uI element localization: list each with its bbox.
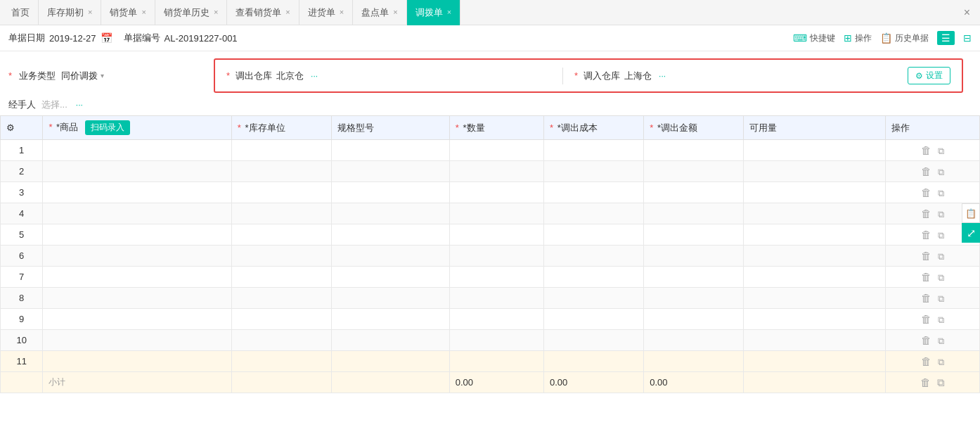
delete-icon-7[interactable]: 🗑 <box>921 271 931 283</box>
row-unit-8[interactable] <box>231 288 331 309</box>
tab-view-sales-close[interactable]: × <box>285 8 290 16</box>
row-product-6[interactable] <box>43 246 231 267</box>
note-float-button[interactable]: 📋 <box>962 203 980 223</box>
tab-home[interactable]: 首页 <box>3 0 39 25</box>
copy-icon-3[interactable]: ⧉ <box>938 188 944 198</box>
row-product-10[interactable] <box>43 330 231 351</box>
delete-icon-1[interactable]: 🗑 <box>921 144 931 156</box>
row-cost-10[interactable] <box>544 330 644 351</box>
row-qty-6[interactable] <box>449 246 543 267</box>
row-cost-7[interactable] <box>544 267 644 288</box>
subtotal-delete-icon[interactable]: 🗑 <box>920 376 931 388</box>
delete-icon-3[interactable]: 🗑 <box>921 186 931 198</box>
row-amount-6[interactable] <box>644 246 744 267</box>
subtotal-copy-icon[interactable]: ⧉ <box>937 376 945 388</box>
row-qty-3[interactable] <box>449 182 543 203</box>
layout2-button[interactable]: ⊟ <box>963 32 972 44</box>
row-cost-6[interactable] <box>544 246 644 267</box>
transfer-out-more[interactable]: ··· <box>311 71 318 81</box>
row-available-3[interactable] <box>744 182 885 203</box>
row-unit-10[interactable] <box>231 330 331 351</box>
tab-inventory-init[interactable]: 库存期初 × <box>39 0 101 25</box>
row-qty-10[interactable] <box>449 330 543 351</box>
row-available-8[interactable] <box>744 288 885 309</box>
row-qty-1[interactable] <box>449 140 543 161</box>
tab-transfer[interactable]: 调拨单 × <box>407 0 460 25</box>
row-unit-1[interactable] <box>231 140 331 161</box>
row-amount-10[interactable] <box>644 330 744 351</box>
row-available-6[interactable] <box>744 246 885 267</box>
scan-button[interactable]: 扫码录入 <box>85 120 130 135</box>
history-button[interactable]: 📋 历史单据 <box>880 32 929 44</box>
row-amount-8[interactable] <box>644 288 744 309</box>
row-product-2[interactable] <box>43 161 231 182</box>
table-container[interactable]: ⚙ * *商品 扫码录入 * *库存单位 规格型号 * <box>0 115 980 393</box>
row-spec-11[interactable] <box>332 351 450 372</box>
row-unit-7[interactable] <box>231 267 331 288</box>
tab-sales-order-close[interactable]: × <box>141 8 146 16</box>
tab-inventory-init-close[interactable]: × <box>88 8 92 16</box>
row-cost-3[interactable] <box>544 182 644 203</box>
row-spec-8[interactable] <box>332 288 450 309</box>
tab-sales-history-close[interactable]: × <box>214 8 218 16</box>
calendar-icon[interactable]: 📅 <box>101 32 112 44</box>
row-product-7[interactable] <box>43 267 231 288</box>
row-spec-9[interactable] <box>332 309 450 330</box>
row-amount-2[interactable] <box>644 161 744 182</box>
copy-icon-10[interactable]: ⧉ <box>938 336 944 346</box>
row-cost-9[interactable] <box>544 309 644 330</box>
row-unit-9[interactable] <box>231 309 331 330</box>
copy-icon-7[interactable]: ⧉ <box>938 272 944 283</box>
handler-more[interactable]: ··· <box>76 100 83 110</box>
tab-view-sales[interactable]: 查看销货单 × <box>227 0 299 25</box>
row-unit-4[interactable] <box>231 203 331 224</box>
row-available-2[interactable] <box>744 161 885 182</box>
delete-icon-2[interactable]: 🗑 <box>921 165 931 177</box>
copy-icon-6[interactable]: ⧉ <box>938 251 944 262</box>
row-unit-3[interactable] <box>231 182 331 203</box>
row-available-4[interactable] <box>744 203 885 224</box>
row-spec-2[interactable] <box>332 161 450 182</box>
tab-stocktake[interactable]: 盘点单 × <box>353 0 406 25</box>
row-amount-5[interactable] <box>644 224 744 246</box>
row-cost-5[interactable] <box>544 224 644 246</box>
row-qty-7[interactable] <box>449 267 543 288</box>
row-amount-7[interactable] <box>644 267 744 288</box>
delete-icon-4[interactable]: 🗑 <box>921 208 931 219</box>
row-spec-3[interactable] <box>332 182 450 203</box>
row-product-5[interactable] <box>43 224 231 246</box>
row-cost-8[interactable] <box>544 288 644 309</box>
close-all-button[interactable]: × <box>957 0 977 25</box>
row-available-9[interactable] <box>744 309 885 330</box>
row-unit-5[interactable] <box>231 224 331 246</box>
settings-button[interactable]: ⚙ 设置 <box>908 67 950 84</box>
row-product-9[interactable] <box>43 309 231 330</box>
tab-transfer-close[interactable]: × <box>447 8 451 16</box>
row-amount-11[interactable] <box>644 351 744 372</box>
delete-icon-6[interactable]: 🗑 <box>921 250 931 262</box>
row-available-10[interactable] <box>744 330 885 351</box>
row-unit-2[interactable] <box>231 161 331 182</box>
operations-button[interactable]: ⊞ 操作 <box>844 32 872 44</box>
copy-icon-11[interactable]: ⧉ <box>938 357 944 367</box>
row-product-8[interactable] <box>43 288 231 309</box>
row-product-3[interactable] <box>43 182 231 203</box>
tab-sales-history[interactable]: 销货单历史 × <box>155 0 227 25</box>
row-available-5[interactable] <box>744 224 885 246</box>
row-product-4[interactable] <box>43 203 231 224</box>
copy-icon-2[interactable]: ⧉ <box>938 167 944 177</box>
row-spec-6[interactable] <box>332 246 450 267</box>
row-spec-10[interactable] <box>332 330 450 351</box>
delete-icon-5[interactable]: 🗑 <box>921 229 931 241</box>
row-spec-1[interactable] <box>332 140 450 161</box>
row-cost-4[interactable] <box>544 203 644 224</box>
row-spec-4[interactable] <box>332 203 450 224</box>
row-cost-2[interactable] <box>544 161 644 182</box>
row-product-1[interactable] <box>43 140 231 161</box>
row-unit-6[interactable] <box>231 246 331 267</box>
row-cost-1[interactable] <box>544 140 644 161</box>
row-available-7[interactable] <box>744 267 885 288</box>
expand-float-button[interactable]: ⤢ <box>962 223 980 243</box>
copy-icon-4[interactable]: ⧉ <box>938 209 944 219</box>
row-available-11[interactable] <box>744 351 885 372</box>
